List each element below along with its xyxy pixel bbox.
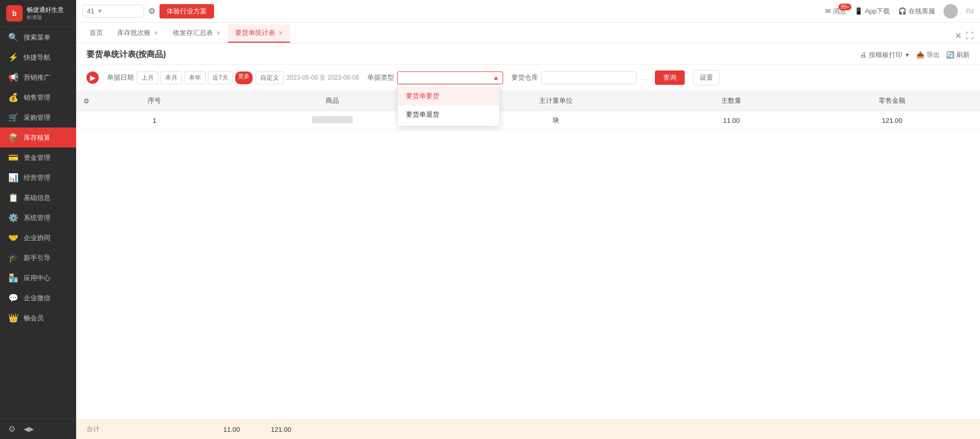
sidebar-item-appstore[interactable]: 🏪应用中心 (0, 268, 76, 288)
sidebar-label-search: 搜索菜单 (24, 33, 50, 42)
tab-label-home: 首页 (90, 28, 103, 38)
online-service-btn[interactable]: 🎧 在线客服 (898, 7, 935, 16)
table-footer: 合计 11.00 121.00 (76, 419, 980, 439)
sidebar-item-search[interactable]: 🔍搜索菜单 (0, 27, 76, 47)
sidebar-label-basic: 基础信息 (24, 193, 50, 203)
goods-placeholder (312, 116, 353, 123)
export-label: 导出 (926, 50, 940, 60)
export-icon: 📤 (916, 51, 924, 59)
date-this-month-btn[interactable]: 本月 (161, 71, 182, 84)
app-download-btn[interactable]: 📱 App下载 (854, 7, 890, 16)
tab-inventory-batch[interactable]: 库存批次账✕ (110, 24, 166, 43)
date-custom-btn[interactable]: 自定义 (256, 71, 283, 84)
tab-expand-icon[interactable]: ⛶ (966, 31, 974, 41)
tab-close-receivable-summary[interactable]: ✕ (216, 30, 221, 36)
sidebar-label-wechat: 企业微信 (24, 294, 50, 303)
sidebar-label-marketing: 营销推广 (24, 73, 50, 82)
date-filter-label: 单据日期 (107, 73, 134, 82)
sidebar-item-sales[interactable]: 💰销售管理 (0, 87, 76, 107)
user-avatar[interactable] (943, 4, 958, 19)
footer-label: 合计 (86, 425, 100, 434)
main-area: 41 ▼ ⚙ 体验行业方案 ✉ 消息 99+ 📱 App下载 🎧 在线客服 Ri… (76, 0, 980, 439)
sidebar-icon-search: 🔍 (8, 32, 19, 42)
export-btn[interactable]: 📤 导出 (916, 50, 940, 60)
type-filter-label: 单据类型 (367, 73, 394, 82)
store-selector[interactable]: 41 ▼ (82, 5, 144, 17)
sidebar-label-inventory: 库存核算 (24, 133, 50, 142)
message-icon: ✉ (825, 7, 831, 15)
sidebar-label-quicknav: 快捷导航 (24, 53, 50, 62)
warehouse-more-icon[interactable]: … (640, 74, 647, 82)
refresh-icon: 🔄 (946, 51, 954, 59)
date-this-year-btn[interactable]: 本年 (184, 71, 206, 84)
tab-home[interactable]: 首页 (82, 24, 110, 43)
sidebar-label-purchase: 采购管理 (24, 113, 50, 122)
type-filter-chevron[interactable]: ▲ (493, 74, 499, 81)
tab-label-order-stats: 要货单统计表 (235, 28, 275, 38)
page-actions: 🖨 按模板打印 ▼ 📤 导出 🔄 刷新 (860, 50, 970, 60)
print-chevron: ▼ (904, 52, 910, 58)
tab-close-all-icon[interactable]: ✕ (955, 31, 961, 41)
collapse-icon[interactable]: ◀▶ (24, 425, 34, 433)
sidebar-icon-sales: 💰 (8, 93, 19, 102)
sidebar-icon-inventory: 📦 (8, 133, 19, 142)
topbar-settings-icon[interactable]: ⚙ (148, 6, 155, 16)
type-filter-input[interactable] (397, 71, 503, 84)
sidebar-item-operation[interactable]: 📊经营管理 (0, 168, 76, 188)
settings-icon[interactable]: ⚙ (8, 424, 15, 434)
table-header: ⚙ 序号 商品 主计量单位 主数量 零售金额 (76, 91, 980, 111)
filter-settings-button[interactable]: 设置 (693, 70, 720, 85)
warehouse-filter-label: 要货仓库 (511, 73, 538, 82)
sidebar-icon-marketing: 📢 (8, 72, 19, 82)
query-button[interactable]: 查询 (655, 70, 685, 85)
sidebar-item-inventory[interactable]: 📦库存核算 (0, 127, 76, 148)
sidebar-item-purchase[interactable]: 🛒采购管理 (0, 107, 76, 127)
sidebar-item-quicknav[interactable]: ⚡快捷导航 (0, 47, 76, 67)
filter-toggle-button[interactable]: ▶ (86, 71, 99, 84)
sidebar-icon-system: ⚙️ (8, 213, 19, 223)
app-logo: b (6, 5, 23, 22)
sidebar-icon-appstore: 🏪 (8, 273, 19, 283)
type-input-wrapper: ▲ 要货单要货 要货单退货 (397, 71, 503, 84)
sidebar-item-finance[interactable]: 💳资金管理 (0, 148, 76, 168)
sidebar-item-member[interactable]: 👑畅会员 (0, 308, 76, 328)
print-icon: 🖨 (860, 51, 867, 59)
sidebar-item-marketing[interactable]: 📢营销推广 (0, 67, 76, 87)
sidebar-item-basic[interactable]: 📋基础信息 (0, 188, 76, 208)
sidebar-icon-operation: 📊 (8, 173, 19, 182)
dropdown-item-order-goods[interactable]: 要货单要货 (398, 87, 500, 105)
store-number: 41 (87, 7, 94, 15)
sidebar-icon-member: 👑 (8, 313, 19, 323)
sidebar-item-guide[interactable]: 🎓新手引导 (0, 248, 76, 268)
tab-receivable-summary[interactable]: 收发存汇总表✕ (166, 24, 228, 43)
table-row: 1 块 11.00 121.00 (76, 111, 980, 130)
date-7days-btn[interactable]: 近7天 (208, 71, 233, 84)
tab-close-order-stats[interactable]: ✕ (278, 30, 283, 36)
promo-button[interactable]: 体验行业方案 (159, 4, 214, 19)
footer-amount: 121.00 (271, 426, 292, 433)
sidebar-icon-quicknav: ⚡ (8, 52, 19, 62)
sidebar-label-cooperation: 企业协同 (24, 233, 50, 243)
dropdown-item-order-return[interactable]: 要货单退货 (398, 105, 500, 124)
refresh-btn[interactable]: 🔄 刷新 (946, 50, 970, 60)
footer-qty: 11.00 (223, 426, 240, 433)
warehouse-filter-input[interactable] (541, 71, 637, 84)
page-header: 要货单统计表(按商品) 🖨 按模板打印 ▼ 📤 导出 🔄 刷新 (76, 43, 980, 65)
sidebar-label-finance: 资金管理 (24, 153, 50, 162)
tab-order-stats[interactable]: 要货单统计表✕ (228, 24, 290, 43)
sidebar-item-cooperation[interactable]: 🤝企业协同 (0, 228, 76, 248)
sidebar-item-system[interactable]: ⚙️系统管理 (0, 208, 76, 228)
topbar-left: 41 ▼ ⚙ 体验行业方案 (82, 4, 821, 19)
tab-close-inventory-batch[interactable]: ✕ (154, 30, 158, 36)
col-settings[interactable]: ⚙ (76, 91, 97, 111)
messages-btn[interactable]: ✉ 消息 99+ (825, 7, 846, 16)
sidebar-label-member: 畅会员 (24, 314, 44, 323)
sidebar-header: b 畅捷通好生意 标准版 (0, 0, 76, 27)
print-btn[interactable]: 🖨 按模板打印 ▼ (860, 50, 910, 60)
date-more-badge[interactable]: 更多 (235, 71, 253, 84)
date-prev-month-btn[interactable]: 上月 (137, 71, 158, 84)
page-title: 要货单统计表(按商品) (86, 49, 166, 60)
sidebar-item-wechat[interactable]: 💬企业微信 (0, 288, 76, 308)
table-body: 1 块 11.00 121.00 (76, 111, 980, 130)
date-filter-group: 单据日期 上月 本月 本年 近7天 更多 自定义 2023-05-06 至 20… (107, 71, 359, 84)
